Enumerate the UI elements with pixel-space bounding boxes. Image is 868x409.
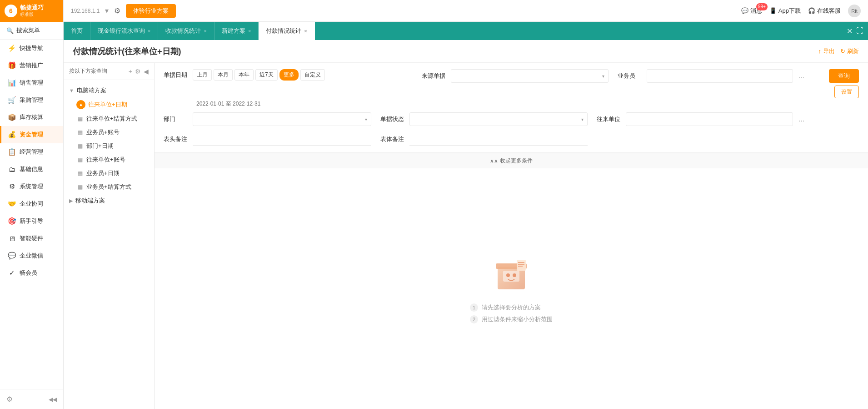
tab-collection-stats[interactable]: 收款情况统计 × [158,22,214,40]
filter-body-note-group: 表体备注 [380,132,588,146]
counterpart-select[interactable] [626,112,793,126]
sidebar-item-sales[interactable]: 📊 销售管理 [0,74,63,91]
sidebar-item-purchase[interactable]: 🛒 采购管理 [0,91,63,109]
sidebar-item-system[interactable]: ⚙ 系统管理 [0,178,63,195]
counterpart-label: 往来单位 [597,115,622,123]
scheme-item-staff-account[interactable]: ▦ 业务员+账号 [64,126,154,139]
empty-hint-1: 1 请先选择要分析的方案 [470,303,553,312]
tab-bank-flow[interactable]: 现金银行流水查询 × [90,22,158,40]
filter-counterpart-group: 往来单位 ... [597,112,804,126]
scheme-item-counterpart-settlement[interactable]: ▦ 往来单位+结算方式 [64,112,154,126]
header-note-input[interactable] [193,132,371,146]
topbar-right: 💬 消息 99+ 📱 App下载 🎧 在线客服 Rit [741,5,861,17]
query-button[interactable]: 查询 [829,69,859,83]
scheme-item-counterpart-account[interactable]: ▦ 往来单位+账号 [64,153,154,167]
scheme-group-pc[interactable]: ▼ 电脑端方案 [64,84,154,97]
filter-header-note-group: 表头备注 [164,132,371,146]
counterpart-dots[interactable]: ... [798,115,804,123]
source-select[interactable]: ▾ [451,69,609,83]
scheme-item-staff-settlement[interactable]: ▦ 业务员+结算方式 [64,180,154,194]
tab-close-bank-flow[interactable]: × [148,28,150,34]
filter-salesperson-group: 业务员 ... [618,69,804,83]
empty-illustration [489,251,534,296]
scheme-item-label: 业务员+结算方式 [86,183,131,191]
hint-num-1: 1 [470,303,478,312]
header-note-label: 表头备注 [164,135,189,143]
scheme-item-label: 往来单位+结算方式 [86,115,137,123]
date-btn-this-month[interactable]: 本月 [214,69,233,81]
scheme-group-mobile[interactable]: ▶ 移动端方案 [64,194,154,207]
tabs-bar: 首页 现金银行流水查询 × 收款情况统计 × 新建方案 × 付款情况统计 × ✕… [64,22,868,40]
tab-new-scheme[interactable]: 新建方案 × [215,22,259,40]
date-btn-this-year[interactable]: 本年 [234,69,254,81]
filter-source-group: 来源单据 ▾ [422,69,609,83]
sidebar-item-guide[interactable]: 🎯 新手引导 [0,212,63,230]
user-profile[interactable]: Rit [848,5,861,17]
sidebar-item-basic-info[interactable]: 🗂 基础信息 [0,161,63,178]
tab-payment-stats[interactable]: 付款情况统计 × [259,22,314,40]
topbar-address: 192.168.1.1 [71,8,100,14]
filter-settings-button[interactable]: 设置 [834,86,859,98]
nav-icon: 🗂 [8,165,16,173]
search-menu[interactable]: 🔍 搜索菜单 [0,22,63,40]
sidebar-item-finance[interactable]: 💰 资金管理 [0,126,63,143]
add-scheme-button[interactable]: + [129,68,132,75]
body-note-input[interactable] [409,132,588,146]
nav-icon: 📦 [8,113,16,121]
filter-date-group: 单据日期 上月 本月 本年 近7天 更多 自定义 [164,69,413,81]
export-button[interactable]: ↑ 导出 [818,47,835,56]
sidebar-item-marketing[interactable]: 🎁 营销推广 [0,57,63,74]
message-icon: 💬 [741,7,748,14]
topbar: 192.168.1.1 ▾ ⚙ 体验行业方案 💬 消息 99+ 📱 App下载 … [64,0,868,22]
date-btn-last-month[interactable]: 上月 [193,69,212,81]
nav-icon: 📋 [8,148,16,156]
sidebar-item-member[interactable]: ✓ 畅会员 [0,264,63,282]
dept-select[interactable]: ▾ [193,112,371,126]
messages-badge[interactable]: 💬 消息 99+ [741,7,762,15]
tab-close-new-scheme[interactable]: × [248,28,251,34]
select-arrow-icon: ▾ [581,117,584,122]
nav-icon: 🖥 [8,234,16,242]
svg-point-3 [506,273,510,277]
hint-num-2: 2 [470,315,478,323]
online-service[interactable]: 🎧 在线客服 [808,7,841,15]
date-btn-more[interactable]: 更多 [279,69,299,81]
trial-button[interactable]: 体验行业方案 [126,4,176,18]
scheme-item-staff-date[interactable]: ▦ 业务员+日期 [64,167,154,180]
collapse-label: 收起更多条件 [500,157,533,165]
collapse-filter-bar[interactable]: ∧∧ 收起更多条件 [155,153,868,168]
nav-icon: ⚡ [8,44,16,52]
sidebar-item-quick-nav[interactable]: ⚡ 快捷导航 [0,40,63,57]
scheme-item-dept-date[interactable]: ▦ 部门+日期 [64,139,154,153]
select-arrow-icon: ▾ [602,74,604,79]
scheme-item-counterpart-date[interactable]: ● 往来单位+日期 [64,97,154,112]
panel-settings-icon[interactable]: ⚙ [135,68,141,75]
tab-close-collection[interactable]: × [204,28,206,34]
sidebar-item-weixin[interactable]: 💬 企业微信 [0,247,63,264]
topbar-settings-icon[interactable]: ⚙ [114,6,120,15]
tab-close-payment[interactable]: × [304,28,307,34]
date-btn-last-7-days[interactable]: 近7天 [255,69,278,81]
panel-collapse-button[interactable]: ◀ [144,68,149,75]
footer-collapse-icon[interactable]: ◀◀ [49,396,57,403]
scheme-item-label: 部门+日期 [86,142,114,150]
date-btn-custom[interactable]: 自定义 [300,69,325,81]
sidebar-item-inventory[interactable]: 📦 库存核算 [0,109,63,126]
tab-home[interactable]: 首页 [64,22,90,40]
app-download[interactable]: 📱 App下载 [769,7,801,15]
tab-expand-icon[interactable]: ⛶ [856,27,863,35]
salesperson-select[interactable] [647,69,793,83]
footer-settings-icon[interactable]: ⚙ [6,395,13,404]
app-icon: 📱 [769,7,777,14]
refresh-button[interactable]: ↻ 刷新 [840,47,859,56]
salesperson-dots[interactable]: ... [798,72,804,80]
sidebar-item-operations[interactable]: 📋 经营管理 [0,143,63,161]
sidebar-item-enterprise[interactable]: 🤝 企业协同 [0,195,63,212]
tab-close-all-icon[interactable]: ✕ [847,27,853,35]
page-header: 付款情况统计(往来单位+日期) ↑ 导出 ↻ 刷新 [64,40,868,63]
sidebar-item-hardware[interactable]: 🖥 智能硬件 [0,230,63,247]
chevron-down-icon: ▼ [69,88,74,93]
topbar-dropdown-icon[interactable]: ▾ [105,6,109,15]
docstatus-select[interactable]: ▾ [409,112,588,126]
group-label: 移动端方案 [75,197,105,205]
